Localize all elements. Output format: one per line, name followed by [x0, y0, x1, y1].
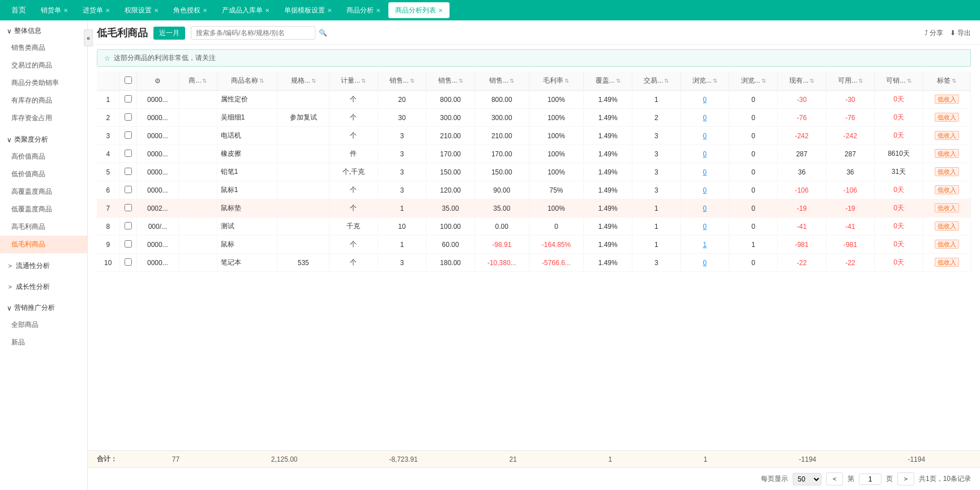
cell-check[interactable]: [119, 254, 136, 272]
row-checkbox[interactable]: [125, 168, 132, 175]
sidebar-item-sales-products[interactable]: 销售类商品: [0, 39, 87, 57]
page-size-select[interactable]: 50 100 200: [793, 473, 821, 485]
sidebar-item-high-coverage[interactable]: 高覆盖度商品: [0, 183, 87, 201]
sidebar-item-new-products[interactable]: 新品: [0, 334, 87, 351]
cell-browse1[interactable]: 0: [681, 254, 729, 272]
row-checkbox[interactable]: [125, 113, 132, 121]
th-gross-rate[interactable]: 毛利率⇅: [529, 71, 584, 91]
nav-roles-close[interactable]: ✕: [203, 7, 207, 14]
share-button[interactable]: ⤴ 分享: [925, 28, 943, 38]
cell-sales-qty: 3: [378, 127, 426, 145]
th-current-stock[interactable]: 现有...⇅: [777, 71, 826, 91]
sidebar-item-low-value[interactable]: 低价值商品: [0, 165, 87, 183]
cell-saleable: 0天: [875, 91, 923, 109]
prev-page-btn[interactable]: ＜: [826, 472, 843, 485]
nav-permissions[interactable]: 权限设置 ✕: [118, 2, 165, 18]
page-number-input[interactable]: [859, 474, 881, 485]
cell-browse1[interactable]: 0: [681, 163, 729, 181]
nav-templates[interactable]: 单据模板设置 ✕: [277, 2, 339, 18]
row-checkbox[interactable]: [125, 131, 132, 139]
sidebar-item-low-coverage[interactable]: 低覆盖度商品: [0, 201, 87, 218]
footer-available: -1194: [908, 455, 925, 463]
cell-check[interactable]: [119, 218, 136, 236]
export-button[interactable]: ⬇ 导出: [950, 28, 971, 38]
sidebar-item-stocked-products[interactable]: 有库存的商品: [0, 92, 87, 109]
th-code[interactable]: 商...⇅: [179, 71, 217, 91]
cell-check[interactable]: [119, 199, 136, 218]
sidebar-group-clustering-title[interactable]: ∨ 类聚度分析: [0, 131, 87, 148]
nav-product-analysis-list-close[interactable]: ✕: [438, 7, 443, 14]
sidebar-item-high-value[interactable]: 高价值商品: [0, 148, 87, 165]
cell-check[interactable]: [119, 236, 136, 254]
nav-product-analysis[interactable]: 商品分析 ✕: [340, 2, 387, 18]
row-checkbox[interactable]: [125, 258, 132, 266]
row-checkbox[interactable]: [125, 186, 132, 193]
nav-roles[interactable]: 角色授权 ✕: [166, 2, 214, 18]
cell-check[interactable]: [119, 91, 136, 109]
nav-product-analysis-list[interactable]: 商品分析列表 ✕: [388, 2, 450, 18]
th-sales-profit[interactable]: 销售...⇅: [474, 71, 529, 91]
nav-purchase-close[interactable]: ✕: [105, 7, 110, 14]
row-checkbox[interactable]: [125, 240, 132, 248]
nav-sales-close[interactable]: ✕: [63, 7, 68, 14]
th-transactions[interactable]: 交易...⇅: [632, 71, 681, 91]
cell-browse1[interactable]: 0: [681, 109, 729, 127]
sidebar-item-category-rate[interactable]: 商品分类助销率: [0, 74, 87, 92]
row-checkbox[interactable]: [125, 95, 132, 103]
nav-purchase[interactable]: 进货单 ✕: [76, 2, 117, 18]
cell-browse1[interactable]: 0: [681, 218, 729, 236]
cell-browse1[interactable]: 1: [681, 236, 729, 254]
sidebar-group-circulation-title[interactable]: ＞ 流通性分析: [0, 258, 87, 274]
select-all-checkbox[interactable]: [125, 76, 132, 84]
nav-home[interactable]: 首页: [5, 2, 33, 18]
cell-browse1[interactable]: 0: [681, 145, 729, 163]
th-tag[interactable]: 标签⇅: [923, 71, 970, 91]
row-checkbox[interactable]: [125, 150, 132, 157]
th-sales-qty[interactable]: 销售...⇅: [378, 71, 426, 91]
nav-sales[interactable]: 销货单 ✕: [34, 2, 75, 18]
cell-browse1[interactable]: 0: [681, 199, 729, 218]
cell-spec: [277, 163, 329, 181]
th-browse1[interactable]: 浏览...⇅: [681, 71, 729, 91]
row-checkbox[interactable]: [125, 222, 132, 229]
th-coverage[interactable]: 覆盖...⇅: [584, 71, 632, 91]
th-browse2[interactable]: 浏览...⇅: [729, 71, 778, 91]
th-available[interactable]: 可用...⇅: [826, 71, 875, 91]
search-icon[interactable]: 🔍: [319, 29, 327, 37]
th-spec[interactable]: 规格...⇅: [277, 71, 329, 91]
th-settings[interactable]: ⚙: [136, 71, 179, 91]
sidebar-item-low-margin[interactable]: 低毛利商品: [0, 236, 87, 253]
sidebar-group-overall-title[interactable]: ∨ 整体信息: [0, 23, 87, 39]
th-name[interactable]: 商品名称⇅: [217, 71, 277, 91]
th-check: [119, 71, 136, 91]
period-button[interactable]: 近一月: [153, 27, 185, 40]
cell-available: -41: [826, 218, 875, 236]
sidebar-group-growth-title[interactable]: ＞ 成长性分析: [0, 279, 87, 295]
cell-check[interactable]: [119, 127, 136, 145]
cell-check[interactable]: [119, 181, 136, 199]
nav-permissions-close[interactable]: ✕: [154, 7, 159, 14]
th-saleable[interactable]: 可销...⇅: [875, 71, 923, 91]
cell-check[interactable]: [119, 163, 136, 181]
cell-browse1[interactable]: 0: [681, 91, 729, 109]
sidebar-group-marketing-title[interactable]: ∨ 营销推广分析: [0, 300, 87, 316]
cell-unit: 个: [329, 199, 378, 218]
next-page-btn[interactable]: ＞: [897, 472, 914, 485]
sidebar-item-all-products[interactable]: 全部商品: [0, 316, 87, 334]
row-checkbox[interactable]: [125, 204, 132, 211]
cell-check[interactable]: [119, 145, 136, 163]
sidebar-item-stock-funds[interactable]: 库存资金占用: [0, 109, 87, 127]
cell-check[interactable]: [119, 109, 136, 127]
cell-browse1[interactable]: 0: [681, 181, 729, 199]
sidebar-item-traded-products[interactable]: 交易过的商品: [0, 57, 87, 74]
nav-product-analysis-close[interactable]: ✕: [376, 7, 380, 14]
sidebar-item-high-margin[interactable]: 高毛利商品: [0, 218, 87, 236]
nav-products[interactable]: 产成品入库单 ✕: [215, 2, 276, 18]
cell-browse1[interactable]: 0: [681, 127, 729, 145]
nav-products-close[interactable]: ✕: [265, 7, 269, 14]
sidebar-collapse-btn[interactable]: «: [88, 29, 93, 46]
th-sales-amount[interactable]: 销售...⇅: [426, 71, 475, 91]
nav-templates-close[interactable]: ✕: [327, 7, 332, 14]
search-input[interactable]: [191, 26, 315, 40]
th-unit[interactable]: 计量...⇅: [329, 71, 378, 91]
